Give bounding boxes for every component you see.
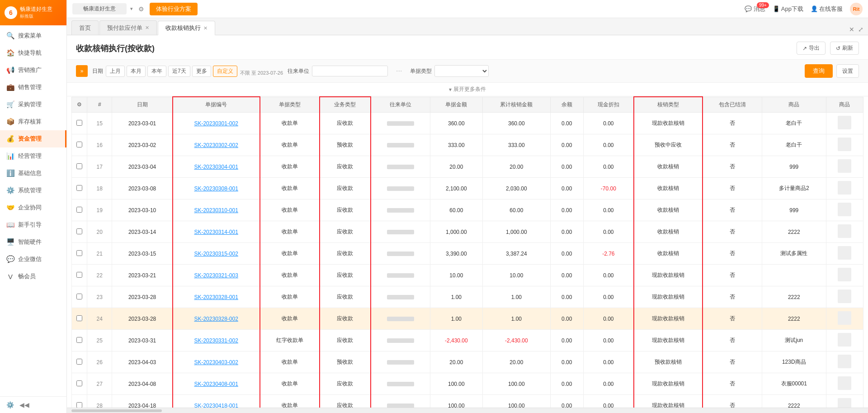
messages-badge[interactable]: 💬 消息 99+ bbox=[745, 5, 765, 13]
voucher-no-link[interactable]: SK-20230408-001 bbox=[194, 381, 238, 387]
cell-gear[interactable] bbox=[72, 265, 87, 286]
cell-gear[interactable] bbox=[72, 199, 87, 221]
settings-icon[interactable]: ⚙️ bbox=[6, 401, 14, 408]
tab-home[interactable]: 首页 bbox=[71, 20, 99, 35]
table-row[interactable]: 19 2023-03-10 SK-20230310-001 收款单 应收款 60… bbox=[72, 199, 863, 221]
filter-expand-button[interactable]: » bbox=[76, 65, 88, 77]
cell-voucher-no[interactable]: SK-20230314-001 bbox=[173, 221, 260, 243]
voucher-no-link[interactable]: SK-20230304-001 bbox=[194, 164, 238, 170]
sidebar-item-guide[interactable]: 📖新手引导 bbox=[0, 216, 66, 233]
date-btn-more[interactable]: 更多 bbox=[192, 66, 211, 77]
tab-close-all-icon[interactable]: ✕ bbox=[849, 26, 854, 33]
cell-voucher-no[interactable]: SK-20230310-001 bbox=[173, 199, 260, 221]
horizontal-scrollbar[interactable] bbox=[71, 409, 162, 412]
topbar-gear-icon[interactable]: ⚙ bbox=[137, 4, 146, 14]
table-row[interactable]: 15 2023-03-01 SK-20230301-002 收款单 应收款 36… bbox=[72, 113, 863, 134]
th-amount[interactable]: 单据金额 bbox=[430, 97, 482, 113]
cell-voucher-no[interactable]: SK-20230315-002 bbox=[173, 243, 260, 265]
tab-prepay[interactable]: 预付款应付单 ✕ bbox=[99, 20, 157, 35]
cell-gear[interactable] bbox=[72, 113, 87, 134]
cell-gear[interactable] bbox=[72, 221, 87, 243]
table-row[interactable]: 28 2023-04-18 SK-20230418-001 收款单 应收款 10… bbox=[72, 395, 863, 408]
voucher-no-link[interactable]: SK-20230403-002 bbox=[194, 359, 238, 366]
th-date[interactable]: 日期 bbox=[112, 97, 173, 113]
user-profile[interactable]: Rit bbox=[850, 3, 863, 15]
sidebar-item-operations[interactable]: 📊经营管理 bbox=[0, 147, 66, 165]
tab-collection-close-icon[interactable]: ✕ bbox=[203, 25, 208, 31]
sidebar-item-search[interactable]: 🔍搜索菜单 bbox=[0, 27, 66, 44]
filter-settings-button[interactable]: 设置 bbox=[836, 64, 859, 78]
table-row[interactable]: 17 2023-03-04 SK-20230304-001 收款单 应收款 20… bbox=[72, 156, 863, 178]
industry-solution-button[interactable]: 体验行业方案 bbox=[150, 3, 198, 15]
cell-voucher-no[interactable]: SK-20230304-001 bbox=[173, 156, 260, 178]
table-row[interactable]: 25 2023-03-31 SK-20230331-002 红字收款单 应收款 … bbox=[72, 330, 863, 351]
cell-gear[interactable] bbox=[72, 308, 87, 330]
cell-voucher-no[interactable]: SK-20230301-002 bbox=[173, 113, 260, 134]
sidebar-item-marketing[interactable]: 📢营销推广 bbox=[0, 62, 66, 79]
cell-voucher-no[interactable]: SK-20230321-003 bbox=[173, 265, 260, 286]
cell-gear[interactable] bbox=[72, 156, 87, 178]
tab-expand-icon[interactable]: ⤢ bbox=[858, 26, 863, 33]
cell-voucher-no[interactable]: SK-20230403-002 bbox=[173, 351, 260, 373]
th-voucher-no[interactable]: 单据编号 bbox=[173, 97, 260, 113]
cell-gear[interactable] bbox=[72, 373, 87, 395]
voucher-no-link[interactable]: SK-20230302-002 bbox=[194, 142, 238, 148]
cell-voucher-no[interactable]: SK-20230308-001 bbox=[173, 178, 260, 199]
cell-gear[interactable] bbox=[72, 243, 87, 265]
voucher-no-link[interactable]: SK-20230328-001 bbox=[194, 294, 238, 300]
table-row[interactable]: 16 2023-03-02 SK-20230302-002 收款单 预收款 33… bbox=[72, 134, 863, 156]
collapse-icon[interactable]: ◀◀ bbox=[19, 401, 29, 408]
sidebar-item-hardware[interactable]: 🖥️智能硬件 bbox=[0, 233, 66, 251]
sidebar-item-finance[interactable]: 💰资金管理 bbox=[0, 130, 66, 147]
workspace-selector[interactable]: 畅康道好生意 bbox=[72, 3, 127, 14]
th-balance[interactable]: 余额 bbox=[550, 97, 583, 113]
query-button[interactable]: 查询 bbox=[805, 64, 833, 78]
online-service-link[interactable]: 👤 在线客服 bbox=[811, 5, 843, 13]
sidebar-item-sales[interactable]: 💼销售管理 bbox=[0, 79, 66, 96]
date-btn-custom[interactable]: 自定义 bbox=[213, 66, 237, 77]
table-row[interactable]: 22 2023-03-21 SK-20230321-003 收款单 应收款 10… bbox=[72, 265, 863, 286]
cell-gear[interactable] bbox=[72, 330, 87, 351]
voucher-no-link[interactable]: SK-20230308-001 bbox=[194, 185, 238, 192]
date-btn-7days[interactable]: 近7天 bbox=[168, 66, 190, 77]
sidebar-item-purchase[interactable]: 🛒采购管理 bbox=[0, 96, 66, 113]
table-row[interactable]: 23 2023-03-28 SK-20230328-001 收款单 应收款 1.… bbox=[72, 286, 863, 308]
th-cash-discount[interactable]: 现金折扣 bbox=[583, 97, 634, 113]
sidebar-item-basics[interactable]: ℹ️基础信息 bbox=[0, 165, 66, 182]
tab-collection[interactable]: 收款核销执行 ✕ bbox=[158, 21, 215, 35]
sidebar-item-system[interactable]: ⚙️系统管理 bbox=[0, 182, 66, 199]
cell-gear[interactable] bbox=[72, 351, 87, 373]
sidebar-item-corp[interactable]: 🤝企业协同 bbox=[0, 199, 66, 216]
sidebar-item-wechat[interactable]: 💬企业微信 bbox=[0, 251, 66, 268]
voucher-no-link[interactable]: SK-20230314-001 bbox=[194, 229, 238, 235]
partner-search-input[interactable] bbox=[312, 66, 388, 76]
cell-gear[interactable] bbox=[72, 178, 87, 199]
table-row[interactable]: 24 2023-03-28 SK-20230328-002 收款单 应收款 1.… bbox=[72, 308, 863, 330]
workspace-chevron-icon[interactable]: ▾ bbox=[130, 6, 133, 12]
table-row[interactable]: 21 2023-03-15 SK-20230315-002 收款单 应收款 3,… bbox=[72, 243, 863, 265]
voucher-type-select[interactable] bbox=[434, 65, 489, 77]
tab-prepay-close-icon[interactable]: ✕ bbox=[145, 25, 149, 31]
date-btn-this-year[interactable]: 本年 bbox=[147, 66, 166, 77]
th-product2[interactable]: 商品 bbox=[826, 97, 863, 113]
cell-voucher-no[interactable]: SK-20230302-002 bbox=[173, 134, 260, 156]
voucher-no-link[interactable]: SK-20230315-002 bbox=[194, 251, 238, 257]
table-row[interactable]: 27 2023-04-08 SK-20230408-001 收款单 应收款 10… bbox=[72, 373, 863, 395]
voucher-no-link[interactable]: SK-20230310-001 bbox=[194, 207, 238, 214]
th-product[interactable]: 商品 bbox=[762, 97, 826, 113]
th-voucher-type[interactable]: 单据类型 bbox=[260, 97, 320, 113]
refresh-button[interactable]: ↺ 刷新 bbox=[830, 42, 859, 55]
voucher-no-link[interactable]: SK-20230301-002 bbox=[194, 120, 238, 127]
cell-voucher-no[interactable]: SK-20230328-001 bbox=[173, 286, 260, 308]
th-biz-type[interactable]: 业务类型 bbox=[320, 97, 371, 113]
th-gear[interactable]: ⚙ bbox=[72, 97, 87, 113]
date-btn-this-month[interactable]: 本月 bbox=[127, 66, 146, 77]
voucher-no-link[interactable]: SK-20230331-002 bbox=[194, 337, 238, 344]
app-download-link[interactable]: 📱 App下载 bbox=[773, 5, 803, 13]
sidebar-item-member[interactable]: V畅会员 bbox=[0, 268, 66, 285]
cell-gear[interactable] bbox=[72, 395, 87, 408]
sidebar-item-quick[interactable]: 🏠快捷导航 bbox=[0, 44, 66, 62]
voucher-no-link[interactable]: SK-20230321-003 bbox=[194, 272, 238, 279]
expand-more-button[interactable]: ▾ 展开更多条件 bbox=[449, 85, 486, 93]
th-cancel-type[interactable]: 核销类型 bbox=[634, 97, 703, 113]
